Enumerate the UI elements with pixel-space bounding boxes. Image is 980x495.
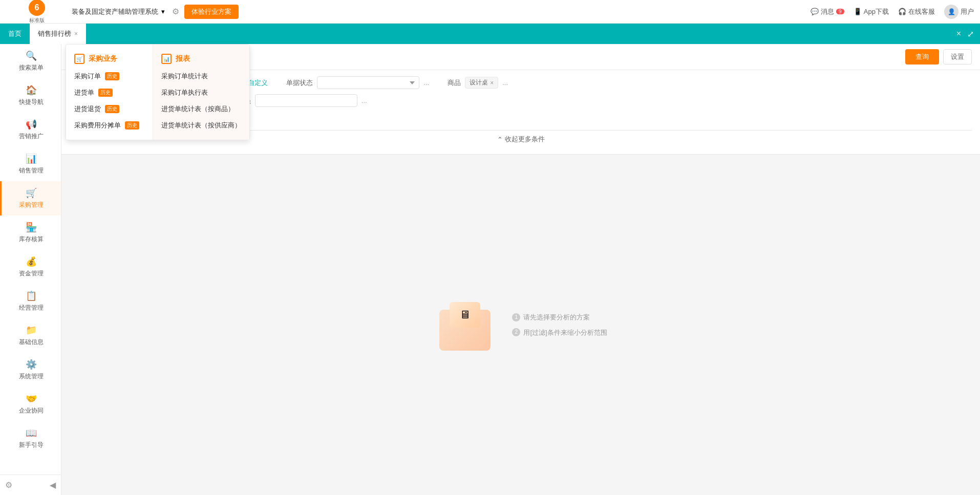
bill-status-label: 单据状态 <box>286 78 313 88</box>
logo-icon: 6 <box>29 0 45 16</box>
dropdown-item-order-exec[interactable]: 采购订单执行表 <box>153 84 249 101</box>
tabbar: 首页 销售排行榜 × × ⤢ <box>0 24 980 44</box>
tabbar-actions: × ⤢ <box>954 27 980 41</box>
finance-icon: 💰 <box>26 256 37 267</box>
purchase-header-icon: 🛒 <box>74 54 84 64</box>
sidebar-item-marketing[interactable]: 📢 营销推广 <box>0 113 61 147</box>
goods-filter: 商品 设计桌 × ... <box>448 77 508 89</box>
sidebar-item-sales[interactable]: 📊 销售管理 <box>0 147 61 181</box>
topbar: 6 标准版 装备及固定资产辅助管理系统 ▾ ⚙ 体验行业方案 💬 消息 9 📱 … <box>0 0 980 24</box>
content-area: 🖥 1 请先选择要分析的方案 2 用[过滤]条件来缩小分析范围 <box>61 155 980 495</box>
collab-icon: 🤝 <box>26 393 37 404</box>
hist-badge-0: 历史 <box>105 72 119 80</box>
system-dropdown-arrow[interactable]: ▾ <box>161 8 165 15</box>
dropdown-item-inbound[interactable]: 进货单 历史 <box>66 84 153 101</box>
system-name: 装备及固定资产辅助管理系统 <box>72 7 158 16</box>
sidebar-collapse-btn[interactable]: ◀ <box>50 480 56 490</box>
tab-sales-rank[interactable]: 销售排行榜 × <box>30 24 86 44</box>
empty-illustration: 🖥 <box>434 299 496 351</box>
sidebar-item-operation[interactable]: 📋 经营管理 <box>0 284 61 318</box>
bill-status-filter: 单据状态 ... <box>286 76 429 89</box>
sidebar-item-system[interactable]: ⚙️ 系统管理 <box>0 353 61 387</box>
sidebar-item-finance[interactable]: 💰 资金管理 <box>0 250 61 284</box>
dropdown-purchase-header: 🛒 采购业务 <box>66 51 153 68</box>
goods-tag: 设计桌 × <box>465 77 498 89</box>
dropdown-item-order-stat[interactable]: 采购订单统计表 <box>153 68 249 84</box>
bill-status-select[interactable] <box>317 76 419 89</box>
sidebar-settings-btn[interactable]: ⚙ <box>5 480 12 490</box>
sidebar-item-inventory[interactable]: 🏪 库存核算 <box>0 216 61 250</box>
headset-icon: 🎧 <box>898 8 906 15</box>
industry-btn[interactable]: 体验行业方案 <box>184 5 239 19</box>
hist-badge-3: 历史 <box>125 121 139 130</box>
salesman-input[interactable] <box>255 94 357 107</box>
sidebar-bottom: ⚙ ◀ <box>0 475 61 495</box>
logo-label: 标准版 <box>29 17 45 24</box>
toolbar-right: 查询 设置 <box>905 49 972 64</box>
search-icon: 🔍 <box>26 50 37 61</box>
gear-icon[interactable]: ⚙ <box>172 7 179 16</box>
avatar: 👤 <box>944 5 958 19</box>
sidebar-item-search[interactable]: 🔍 搜索菜单 <box>0 44 61 78</box>
message-icon: 💬 <box>811 8 819 15</box>
dropdown-report-col: 📊 报表 采购订单统计表 采购订单执行表 进货单统计表（按商品） 进货单统计表（… <box>153 45 249 140</box>
close-window-btn[interactable]: × <box>954 27 963 40</box>
empty-tips: 1 请先选择要分析的方案 2 用[过滤]条件来缩小分析范围 <box>512 311 607 338</box>
sidebar-item-base[interactable]: 📁 基础信息 <box>0 318 61 353</box>
sidebar: 🔍 搜索菜单 🏠 快捷导航 📢 营销推广 📊 销售管理 🛒 采购管理 🏪 库存核… <box>0 44 61 495</box>
dropdown-item-expense[interactable]: 采购费用分摊单 历史 <box>66 117 153 134</box>
topbar-right: 💬 消息 9 📱 App下载 🎧 在线客服 👤 用户 <box>811 5 974 19</box>
tab-close-icon[interactable]: × <box>74 30 78 37</box>
hist-badge-2: 历史 <box>105 105 119 113</box>
system-icon: ⚙️ <box>26 359 37 370</box>
user-btn[interactable]: 👤 用户 <box>944 5 974 19</box>
collapse-up-icon: ⌃ <box>497 136 503 143</box>
home-icon: 🏠 <box>26 84 37 96</box>
sidebar-item-purchase[interactable]: 🛒 采购管理 <box>0 181 61 216</box>
online-service-btn[interactable]: 🎧 在线客服 <box>898 7 935 16</box>
dropdown-item-inbound-stat-goods[interactable]: 进货单统计表（按商品） <box>153 101 249 117</box>
salesman-dots[interactable]: ... <box>361 97 367 104</box>
custom-date-link[interactable]: 自定义 <box>248 78 268 88</box>
dropdown-item-return[interactable]: 进货退货 历史 <box>66 101 153 117</box>
goods-dots[interactable]: ... <box>502 79 508 87</box>
report-header-icon: 📊 <box>161 54 172 64</box>
base-icon: 📁 <box>26 325 37 336</box>
expand-window-btn[interactable]: ⤢ <box>965 27 976 41</box>
goods-tag-close[interactable]: × <box>490 79 494 87</box>
marketing-icon: 📢 <box>26 119 37 130</box>
purchase-icon: 🛒 <box>26 187 37 199</box>
tip-item-2: 2 用[过滤]条件来缩小分析范围 <box>512 327 607 338</box>
goods-label: 商品 <box>448 78 461 88</box>
logo: 6 标准版 <box>6 0 68 24</box>
bill-status-dots[interactable]: ... <box>423 79 429 87</box>
dropdown-item-purchase-order[interactable]: 采购订单 历史 <box>66 68 153 84</box>
app-download-btn[interactable]: 📱 App下载 <box>854 7 889 16</box>
salesman-filter: 业务员 ... <box>231 94 367 107</box>
message-btn[interactable]: 💬 消息 9 <box>811 7 844 16</box>
hist-badge-1: 历史 <box>98 89 113 97</box>
dropdown-purchase-col: 🛒 采购业务 采购订单 历史 进货单 历史 进货退货 历史 采购费用分摊单 历史 <box>66 45 153 140</box>
sidebar-item-guide[interactable]: 📖 新手引导 <box>0 421 61 456</box>
dropdown-item-inbound-stat-supplier[interactable]: 进货单统计表（按供应商） <box>153 117 249 134</box>
setting-button[interactable]: 设置 <box>943 49 972 64</box>
collapse-btn[interactable]: ⌃ 收起更多条件 <box>497 135 545 144</box>
inventory-icon: 🏪 <box>26 222 37 233</box>
message-badge: 9 <box>836 9 844 14</box>
phone-icon: 📱 <box>854 8 862 15</box>
guide-icon: 📖 <box>26 427 37 439</box>
sidebar-item-quick-nav[interactable]: 🏠 快捷导航 <box>0 78 61 113</box>
sidebar-item-collab[interactable]: 🤝 企业协同 <box>0 387 61 421</box>
tip-num-1: 1 <box>512 313 520 321</box>
tip-item-1: 1 请先选择要分析的方案 <box>512 311 607 323</box>
query-button[interactable]: 查询 <box>905 49 939 64</box>
tip-num-2: 2 <box>512 328 520 336</box>
tab-home[interactable]: 首页 <box>0 24 30 44</box>
operation-icon: 📋 <box>26 290 37 302</box>
dropdown-report-header: 📊 报表 <box>153 51 249 68</box>
dropdown-menu: 🛒 采购业务 采购订单 历史 进货单 历史 进货退货 历史 采购费用分摊单 历史… <box>66 44 250 140</box>
sales-icon: 📊 <box>26 153 37 164</box>
